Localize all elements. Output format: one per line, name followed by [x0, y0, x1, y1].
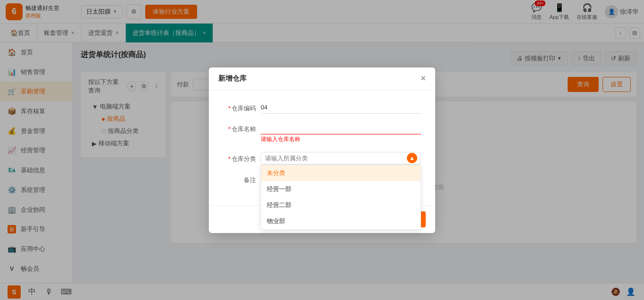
modal-close-icon[interactable]: × — [421, 74, 426, 83]
category-input[interactable] — [261, 152, 421, 165]
code-field — [261, 101, 421, 114]
dropdown-item-dept3[interactable]: 物业部 — [261, 213, 421, 229]
name-input[interactable] — [261, 122, 421, 134]
category-label: 仓库分类 — [223, 152, 261, 163]
dropdown-up-arrow-icon[interactable]: ▲ — [407, 153, 417, 163]
name-label: 仓库名称 — [223, 122, 261, 133]
dropdown-item-dept2[interactable]: 经营二部 — [261, 197, 421, 213]
category-field: ▲ 未分类 经营一部 经营二部 物业部 — [261, 152, 421, 165]
form-row-name: 仓库名称 请输入仓库名称 — [223, 122, 421, 143]
form-row-category: 仓库分类 ▲ 未分类 经营一部 经营二部 物业部 — [223, 152, 421, 165]
name-field: 请输入仓库名称 — [261, 122, 421, 143]
modal-overlay[interactable]: 新增仓库 × 仓库编码 仓库名称 请输入仓库名称 仓库分类 — [0, 0, 644, 300]
category-dropdown-list: 未分类 经营一部 经营二部 物业部 — [261, 165, 421, 230]
modal-title: 新增仓库 — [218, 74, 247, 83]
form-row-code: 仓库编码 — [223, 101, 421, 114]
modal-body: 仓库编码 仓库名称 请输入仓库名称 仓库分类 ▲ — [209, 90, 435, 205]
name-error-msg: 请输入仓库名称 — [261, 135, 421, 143]
dropdown-item-uncategorized[interactable]: 未分类 — [261, 165, 421, 181]
code-label: 仓库编码 — [223, 101, 261, 113]
note-label: 备注 — [223, 173, 261, 184]
add-warehouse-modal: 新增仓库 × 仓库编码 仓库名称 请输入仓库名称 仓库分类 — [209, 67, 435, 233]
dropdown-item-dept1[interactable]: 经营一部 — [261, 181, 421, 197]
modal-header: 新增仓库 × — [209, 67, 435, 90]
code-input[interactable] — [261, 101, 421, 114]
